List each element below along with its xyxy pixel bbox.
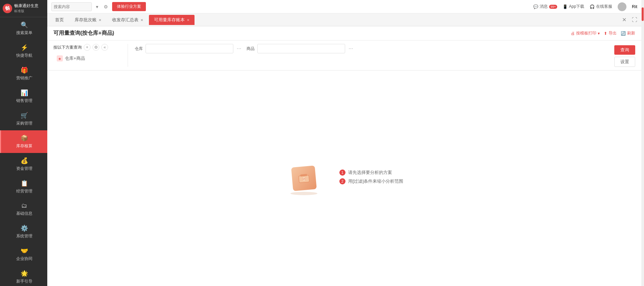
message-button[interactable]: 💬 消息 99+ — [533, 4, 557, 9]
step-2-circle: 2 — [339, 178, 345, 184]
settings-gear-button[interactable]: ⚙ — [102, 3, 109, 11]
export-icon: ⬆ — [604, 31, 607, 36]
scroll-thumb — [642, 7, 644, 21]
system-icon: ⚙️ — [21, 225, 28, 232]
tab-close-button[interactable]: ✕ — [140, 18, 143, 22]
query-scheme-header: 按以下方案查询 + ⚙ « — [53, 44, 121, 51]
finance-icon: 💰 — [21, 157, 28, 164]
sidebar-item-finance[interactable]: 💰 资金管理 — [0, 153, 47, 176]
step-2-text: 用[过滤]条件来缩小分析范围 — [348, 178, 403, 184]
tabs-bar: 首页 库存批次账 ✕ 收发存汇总表 ✕ 可用量库存账本 ✕ ✕ ⛶ — [47, 14, 641, 26]
tab-home[interactable]: 首页 — [50, 15, 69, 25]
print-button[interactable]: 🖨 按模板打印 ▾ — [571, 30, 600, 36]
newbie-icon: 🌟 — [21, 270, 28, 277]
sidebar-item-sales[interactable]: 📊 销售管理 — [0, 85, 47, 108]
sidebar-item-basic[interactable]: 🗂 基础信息 — [0, 198, 47, 220]
tab-maximize-button[interactable]: ⛶ — [630, 16, 639, 24]
content: 可用量查询(按仓库+商品) 🖨 按模板打印 ▾ ⬆ 导出 🔄 刷新 — [47, 26, 641, 286]
page-header: 可用量查询(按仓库+商品) 🖨 按模板打印 ▾ ⬆ 导出 🔄 刷新 — [47, 26, 641, 41]
collapse-scheme-button[interactable]: « — [101, 44, 108, 51]
search-icon: 🔍 — [21, 21, 28, 29]
tab-available[interactable]: 可用量库存账本 ✕ — [149, 15, 195, 25]
product-more-button[interactable]: ··· — [349, 46, 353, 52]
add-scheme-button[interactable]: + — [84, 44, 91, 51]
marketing-icon: 🎁 — [21, 67, 28, 74]
warehouse-input[interactable] — [146, 44, 233, 53]
sidebar-item-newbie[interactable]: 🌟 新手引导 — [0, 266, 47, 286]
sidebar-item-system[interactable]: ⚙️ 系统管理 — [0, 220, 47, 243]
sidebar-item-purchase[interactable]: 🛒 采购管理 — [0, 108, 47, 130]
export-label: 导出 — [609, 30, 617, 36]
message-label: 消息 — [540, 4, 548, 9]
sidebar-item-inventory[interactable]: 📦 库存核算 — [0, 130, 47, 153]
headset-icon: 🎧 — [590, 4, 595, 9]
scheme-item-icon: ◈ — [57, 55, 63, 61]
empty-state: 1 请先选择要分析的方案 2 用[过滤]条件来缩小分析范围 — [47, 71, 641, 286]
sidebar-item-label: 销售管理 — [16, 98, 32, 104]
basic-icon: 🗂 — [21, 202, 27, 209]
right-scrollbar[interactable] — [641, 0, 644, 286]
query-button[interactable]: 查询 — [614, 45, 635, 55]
scheme-item-warehouse-product[interactable]: ◈ 仓库+商品 — [53, 53, 121, 63]
shortcut-icon: ⚡ — [21, 44, 28, 51]
warehouse-field: 仓库 ··· — [135, 44, 241, 53]
refresh-label: 刷新 — [627, 30, 635, 36]
sidebar-header: 畅 畅康通好生意 标准版 — [0, 0, 47, 17]
tab-close-button[interactable]: ✕ — [187, 18, 189, 22]
trial-button[interactable]: 体验行业方案 — [112, 2, 146, 11]
dropdown-arrow-icon: ▾ — [598, 31, 600, 36]
sidebar-item-label: 库存核算 — [16, 143, 32, 149]
settings-button[interactable]: 设置 — [614, 57, 635, 67]
sidebar-item-label: 采购管理 — [16, 121, 32, 126]
purchase-icon: 🛒 — [21, 112, 28, 119]
warehouse-more-button[interactable]: ··· — [237, 46, 241, 52]
sidebar-item-label: 企业协同 — [16, 256, 32, 262]
tab-batch[interactable]: 库存批次账 ✕ — [70, 15, 106, 25]
sidebar-item-operations[interactable]: 📋 经营管理 — [0, 176, 47, 198]
tab-summary[interactable]: 收发存汇总表 ✕ — [107, 15, 148, 25]
app-download-button[interactable]: 📱 App下载 — [563, 4, 584, 9]
sidebar: 畅 畅康通好生意 标准版 🔍 搜索菜单 ⚡ 快捷导航 🎁 营销推广 📊 销售管理… — [0, 0, 47, 286]
online-service-label: 在线客服 — [596, 4, 612, 9]
step-1-circle: 1 — [339, 170, 345, 176]
empty-step-1: 1 请先选择要分析的方案 — [339, 170, 403, 176]
sidebar-item-enterprise[interactable]: 🤝 企业协同 — [0, 243, 47, 266]
tab-label: 收发存汇总表 — [112, 17, 138, 23]
sidebar-item-marketing[interactable]: 🎁 营销推广 — [0, 62, 47, 85]
print-icon: 🖨 — [571, 31, 575, 36]
tab-close-button[interactable]: ✕ — [99, 18, 101, 22]
online-service-button[interactable]: 🎧 在线客服 — [590, 4, 612, 9]
sidebar-item-search[interactable]: 🔍 搜索菜单 — [0, 17, 47, 40]
query-scheme: 按以下方案查询 + ⚙ « ◈ 仓库+商品 — [53, 44, 121, 63]
product-input[interactable] — [257, 44, 345, 53]
message-badge: 99+ — [549, 5, 557, 9]
scheme-item-label: 仓库+商品 — [65, 55, 85, 61]
phone-icon: 📱 — [563, 4, 568, 9]
search-input[interactable] — [51, 2, 92, 11]
warehouse-label: 仓库 — [135, 46, 143, 52]
empty-illustration — [285, 160, 326, 197]
product-label: 商品 — [247, 46, 255, 52]
logo-icon: 畅 — [3, 4, 12, 13]
topbar: ▾ ⚙ 体验行业方案 💬 消息 99+ 📱 App下载 🎧 在线客服 Rit — [47, 0, 641, 14]
dropdown-arrow-button[interactable]: ▾ — [95, 3, 100, 11]
print-label: 按模板打印 — [576, 30, 596, 36]
sidebar-item-label: 营销推广 — [16, 75, 32, 81]
query-panel: 按以下方案查询 + ⚙ « ◈ 仓库+商品 仓库 ··· 商品 — [47, 41, 641, 71]
query-fields: 仓库 ··· 商品 ··· — [135, 44, 610, 53]
sidebar-item-label: 搜索菜单 — [16, 30, 32, 36]
user-avatar[interactable] — [618, 2, 626, 11]
refresh-button[interactable]: 🔄 刷新 — [621, 30, 635, 36]
tab-close-all-button[interactable]: ✕ — [621, 15, 628, 24]
message-icon: 💬 — [533, 4, 538, 9]
tab-label: 可用量库存账本 — [154, 17, 185, 23]
export-button[interactable]: ⬆ 导出 — [604, 30, 617, 36]
inventory-icon: 📦 — [21, 134, 28, 142]
sidebar-item-shortcut[interactable]: ⚡ 快捷导航 — [0, 40, 47, 62]
topbar-right: 💬 消息 99+ 📱 App下载 🎧 在线客服 Rit — [533, 2, 637, 11]
query-divider — [128, 44, 128, 67]
tab-label: 库存批次账 — [75, 17, 97, 23]
edit-scheme-button[interactable]: ⚙ — [93, 44, 99, 51]
sidebar-item-label: 快捷导航 — [16, 53, 32, 58]
sales-icon: 📊 — [21, 89, 28, 97]
